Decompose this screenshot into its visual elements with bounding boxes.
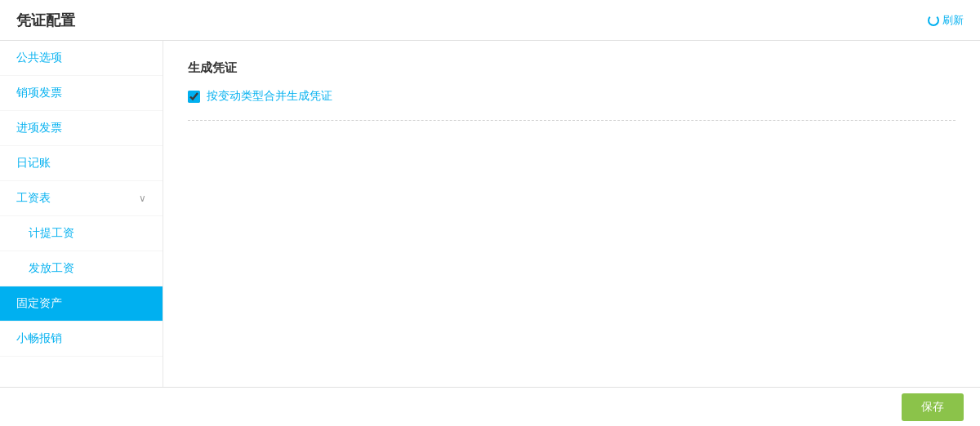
chevron-down-icon: ∨ [139, 193, 146, 204]
sidebar-item-sales-invoice[interactable]: 销项发票 [0, 76, 163, 111]
sidebar-item-label: 销项发票 [16, 86, 62, 100]
sidebar-item-label: 工资表 [16, 191, 51, 206]
sidebar-item-label: 小畅报销 [16, 331, 62, 346]
sidebar-item-payroll[interactable]: 工资表∨ [0, 181, 163, 216]
sidebar-item-label: 进项发票 [16, 121, 62, 135]
refresh-label: 刷新 [942, 13, 964, 28]
sidebar-item-pay-salary[interactable]: 发放工资 [0, 251, 163, 286]
merge-voucher-checkbox[interactable] [188, 91, 200, 103]
main-panel: 生成凭证 按变动类型合并生成凭证 [163, 41, 980, 387]
footer-bar: 保存 [0, 387, 980, 426]
sidebar-item-label: 发放工资 [29, 261, 74, 276]
sidebar-item-public[interactable]: 公共选项 [0, 41, 163, 76]
sidebar-item-label: 计提工资 [29, 226, 74, 241]
sidebar-item-label: 公共选项 [16, 51, 62, 65]
sidebar-item-journal[interactable]: 日记账 [0, 146, 163, 181]
sidebar-item-fixed-assets[interactable]: 固定资产 [0, 286, 163, 322]
content-area: 公共选项销项发票进项发票日记账工资表∨计提工资发放工资固定资产小畅报销 生成凭证… [0, 41, 980, 387]
sidebar-item-label: 日记账 [16, 156, 51, 171]
save-button[interactable]: 保存 [902, 393, 964, 421]
sidebar-item-petty-expense[interactable]: 小畅报销 [0, 322, 163, 357]
merge-voucher-row: 按变动类型合并生成凭证 [188, 89, 956, 104]
sidebar-item-label: 固定资产 [16, 296, 62, 311]
page-title: 凭证配置 [16, 11, 75, 30]
app-header: 凭证配置 刷新 [0, 0, 980, 41]
section-divider [188, 120, 956, 121]
section-title: 生成凭证 [188, 60, 956, 76]
merge-voucher-label[interactable]: 按变动类型合并生成凭证 [207, 89, 332, 104]
refresh-icon [928, 15, 939, 26]
sidebar: 公共选项销项发票进项发票日记账工资表∨计提工资发放工资固定资产小畅报销 [0, 41, 163, 387]
refresh-button[interactable]: 刷新 [928, 13, 964, 28]
sidebar-item-purchase-invoice[interactable]: 进项发票 [0, 111, 163, 146]
sidebar-item-accrued-salary[interactable]: 计提工资 [0, 216, 163, 251]
